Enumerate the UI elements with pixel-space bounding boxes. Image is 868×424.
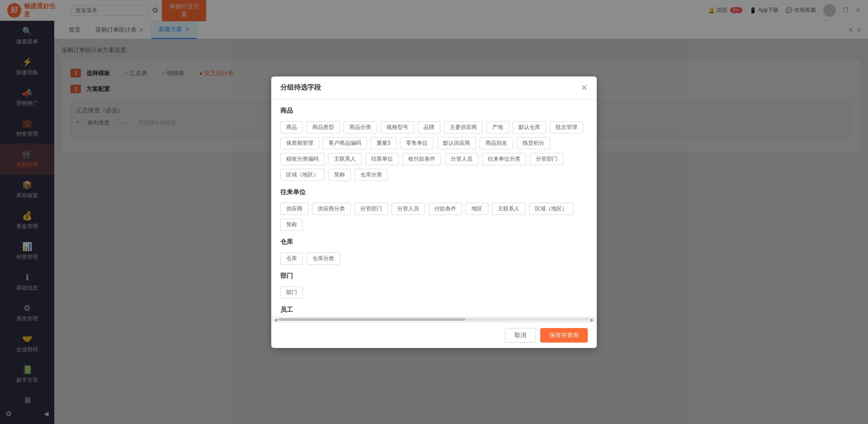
field-tag-batch-mgmt[interactable]: 批次管理 (550, 121, 583, 133)
section-partners-title: 往来单位 (280, 188, 588, 198)
field-tag-default-warehouse[interactable]: 默认仓库 (513, 121, 546, 133)
field-tag-expiry-mgmt[interactable]: 保质期管理 (280, 137, 319, 149)
cancel-button[interactable]: 取消 (505, 328, 536, 343)
field-tag-dept[interactable]: 分管部门 (354, 203, 388, 215)
field-tag-product-category[interactable]: 商品分类 (344, 121, 377, 133)
field-tag-payment-cond[interactable]: 付款条件 (429, 203, 462, 215)
modal-scrollbar-track[interactable] (278, 318, 590, 321)
field-tag-retail-unit[interactable]: 零售单位 (400, 137, 434, 149)
field-tag-warehouse-cat[interactable]: 仓库分类 (354, 169, 388, 181)
field-tag-alias[interactable]: 商品别名 (480, 137, 513, 149)
section-warehouse-title: 仓库 (280, 238, 588, 248)
field-tag-main-supplier[interactable]: 主要供应商 (444, 121, 483, 133)
field-tag-short-name[interactable]: 简称 (280, 219, 303, 231)
field-tag-supervisor[interactable]: 分管人员 (445, 153, 478, 165)
modal-scrollbar-area: ◀ ▶ (271, 317, 597, 322)
section-department-fields: 部门 (280, 286, 588, 299)
field-tag-warehouse-name[interactable]: 仓库 (280, 252, 303, 265)
field-tag-spec-model[interactable]: 规格型号 (381, 121, 414, 133)
section-partners-fields: 供应商 供应商分类 分管部门 分管人员 付款条件 地区 主联系人 区域（地区） … (280, 203, 588, 231)
field-tag-settlement-unit[interactable]: 结算单位 (365, 153, 399, 165)
field-tag-abbr[interactable]: 简称 (328, 169, 351, 181)
modal-header: 分组待选字段 ✕ (271, 76, 597, 100)
field-tag-pick-points[interactable]: 拣货积分 (517, 137, 550, 149)
field-tag-district[interactable]: 地区 (466, 203, 488, 215)
modal-scrollbar-thumb (278, 318, 465, 321)
field-tag-brand[interactable]: 品牌 (418, 121, 440, 133)
field-tag-product[interactable]: 商品 (280, 121, 303, 133)
field-tag-department[interactable]: 部门 (280, 286, 303, 299)
field-tag-person[interactable]: 分管人员 (392, 203, 425, 215)
field-tag-main-contact[interactable]: 主联系人 (328, 153, 362, 165)
section-products-fields: 商品 商品类型 商品分类 规格型号 品牌 主要供应商 产地 默认仓库 批次管理 … (280, 121, 588, 181)
section-warehouse: 仓库 仓库 仓库分类 (280, 238, 588, 265)
field-tag-mgmt-dept[interactable]: 分管部门 (530, 153, 563, 165)
field-selection-modal: 分组待选字段 ✕ 商品 商品 商品类型 商品分类 规格型号 品牌 主要供应商 产… (271, 76, 597, 348)
modal-close-button[interactable]: ✕ (581, 83, 588, 93)
field-tag-default-supplier[interactable]: 默认供应商 (437, 137, 476, 149)
field-tag-customer-code[interactable]: 客户商品编码 (323, 137, 367, 149)
field-tag-contact[interactable]: 主联系人 (492, 203, 525, 215)
section-employee-title: 员工 (280, 306, 588, 316)
modal-scroll-left[interactable]: ◀ (273, 317, 278, 322)
section-warehouse-fields: 仓库 仓库分类 (280, 252, 588, 265)
field-tag-supplier[interactable]: 供应商 (280, 203, 308, 215)
field-tag-origin[interactable]: 产地 (486, 121, 509, 133)
field-tag-payment-terms[interactable]: 收付款条件 (402, 153, 441, 165)
field-tag-area[interactable]: 区域（地区） (529, 203, 573, 215)
field-tag-product-type[interactable]: 商品类型 (307, 121, 340, 133)
section-employee: 员工 业务员 (280, 306, 588, 317)
confirm-button[interactable]: 保存并查询 (540, 328, 588, 343)
section-partners: 往来单位 供应商 供应商分类 分管部门 分管人员 付款条件 地区 主联系人 区域… (280, 188, 588, 231)
field-tag-weight[interactable]: 重量3 (371, 137, 396, 149)
field-tag-tax-code[interactable]: 税收分类编码 (280, 153, 325, 165)
section-products-title: 商品 (280, 107, 588, 117)
modal-footer: 取消 保存并查询 (271, 322, 597, 348)
section-department-title: 部门 (280, 272, 588, 282)
modal-scroll-right[interactable]: ▶ (590, 317, 595, 322)
field-tag-region[interactable]: 区域（地区） (280, 169, 325, 181)
section-department: 部门 部门 (280, 272, 588, 299)
modal-title: 分组待选字段 (280, 83, 321, 92)
field-tag-supplier-cat[interactable]: 供应商分类 (312, 203, 351, 215)
section-products: 商品 商品 商品类型 商品分类 规格型号 品牌 主要供应商 产地 默认仓库 批次… (280, 107, 588, 181)
field-tag-warehouse-category[interactable]: 仓库分类 (307, 252, 340, 265)
modal-overlay: 分组待选字段 ✕ 商品 商品 商品类型 商品分类 规格型号 品牌 主要供应商 产… (0, 0, 868, 424)
field-tag-partner-category[interactable]: 往来单位分类 (482, 153, 526, 165)
modal-body[interactable]: 商品 商品 商品类型 商品分类 规格型号 品牌 主要供应商 产地 默认仓库 批次… (271, 100, 597, 317)
